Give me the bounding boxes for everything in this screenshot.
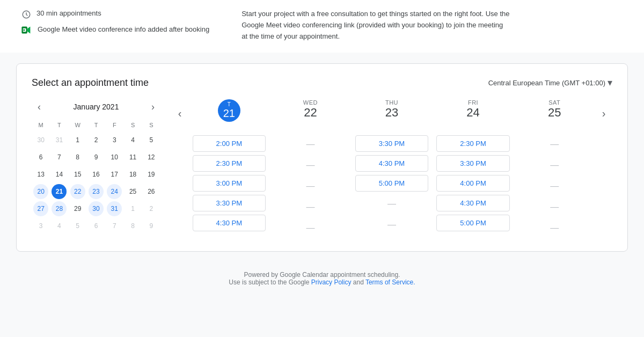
calendar-day[interactable]: 23: [89, 184, 104, 199]
today-circle: T21: [218, 99, 240, 122]
calendar-week-row: 13141516171819: [32, 166, 160, 183]
calendar-month-label: January 2021: [74, 102, 119, 111]
description-text: Start your project with a free consultat…: [241, 9, 510, 42]
calendar-day[interactable]: 5: [70, 218, 85, 233]
day-label-area: FRI24: [466, 99, 479, 120]
calendar-day[interactable]: 21: [52, 184, 67, 199]
calendar-day[interactable]: 6: [33, 150, 48, 165]
calendar-day[interactable]: 2: [89, 133, 104, 148]
time-slot-button[interactable]: 5:00 PM: [355, 175, 428, 192]
calendar-day[interactable]: 31: [107, 201, 122, 216]
appointment-card: Select an appointment time Central Europ…: [16, 63, 628, 252]
time-slot-button[interactable]: 2:30 PM: [193, 155, 266, 172]
calendar-day[interactable]: 5: [144, 133, 159, 148]
calendar-day[interactable]: 8: [126, 218, 141, 233]
calendar-day[interactable]: 27: [33, 201, 48, 216]
prev-week-button[interactable]: ‹: [171, 105, 188, 122]
calendar-day[interactable]: 30: [33, 133, 48, 148]
prev-month-button[interactable]: ‹: [32, 99, 47, 114]
day-label-area: WED22: [303, 99, 318, 120]
time-slot-button[interactable]: 4:30 PM: [436, 195, 509, 211]
slot-dash: —: [355, 195, 428, 213]
mini-calendar: ‹ January 2021 › M T W T F S S 303112345…: [32, 99, 160, 238]
calendar-day[interactable]: 7: [52, 150, 67, 165]
calendar-day[interactable]: 24: [107, 184, 122, 199]
calendar-day[interactable]: 8: [70, 150, 85, 165]
calendar-day[interactable]: 20: [33, 184, 48, 199]
time-slot-button[interactable]: 2:00 PM: [193, 135, 266, 152]
time-slot-button[interactable]: 4:30 PM: [355, 155, 428, 172]
calendar-day[interactable]: 15: [70, 167, 85, 182]
terms-of-service-link[interactable]: Terms of Service.: [365, 279, 415, 286]
calendar-week-row: 272829303112: [32, 200, 160, 217]
calendar-day[interactable]: 26: [144, 184, 159, 199]
calendar-day[interactable]: 11: [126, 150, 141, 165]
calendar-day[interactable]: 25: [126, 184, 141, 199]
privacy-policy-link[interactable]: Privacy Policy: [311, 279, 352, 286]
calendar-day[interactable]: 2: [144, 201, 159, 216]
calendar-day[interactable]: 14: [52, 167, 67, 182]
time-slot-button[interactable]: 4:30 PM: [193, 215, 266, 231]
calendar-day[interactable]: 31: [52, 133, 67, 148]
calendar-day[interactable]: 6: [89, 218, 104, 233]
calendar-day[interactable]: 10: [107, 150, 122, 165]
day-num-label: 22: [304, 106, 317, 120]
clock-icon: [21, 10, 31, 19]
calendar-day[interactable]: 17: [107, 167, 122, 182]
day-num-label: 23: [385, 106, 398, 120]
calendar-week-row: 303112345: [32, 131, 160, 149]
time-slot-button[interactable]: 4:00 PM: [436, 175, 509, 192]
time-slot-button[interactable]: 3:00 PM: [193, 175, 266, 192]
calendar-day[interactable]: 1: [70, 133, 85, 148]
calendar-day[interactable]: 4: [52, 218, 67, 233]
top-info-bar: 30 min appointments Google Meet video co…: [0, 0, 644, 53]
calendar-day[interactable]: 7: [107, 218, 122, 233]
slot-column: 3:30 PM4:30 PM5:00 PM——: [351, 134, 433, 238]
calendar-day[interactable]: 12: [144, 150, 159, 165]
svg-marker-2: [27, 27, 31, 34]
calendar-day[interactable]: 30: [89, 201, 104, 216]
calendar-day[interactable]: 13: [33, 167, 48, 182]
calendar-week-row: 20212223242526: [32, 183, 160, 200]
card-title: Select an appointment time: [32, 77, 149, 89]
timezone-button[interactable]: Central European Time (GMT +01:00) ▾: [488, 77, 612, 89]
calendar-day[interactable]: 3: [107, 133, 122, 148]
next-month-button[interactable]: ›: [145, 99, 160, 114]
calendar-day[interactable]: 18: [126, 167, 141, 182]
calendar-day[interactable]: 3: [33, 218, 48, 233]
calendar-day[interactable]: 1: [126, 201, 141, 216]
day-label-area: SAT25: [548, 99, 561, 120]
footer-and-text: and: [353, 279, 365, 286]
calendar-day[interactable]: 16: [89, 167, 104, 182]
time-slot-button[interactable]: 2:30 PM: [436, 135, 509, 152]
calendar-day[interactable]: 28: [52, 201, 67, 216]
calendar-day[interactable]: 9: [144, 218, 159, 233]
footer-line1: Powered by Google Calendar appointment s…: [9, 271, 635, 279]
slot-column: —————: [514, 134, 595, 238]
time-slot-button[interactable]: 3:30 PM: [436, 155, 509, 172]
calendar-week-row: 3456789: [32, 217, 160, 235]
calendar-day[interactable]: 9: [89, 150, 104, 165]
timezone-label: Central European Time (GMT +01:00): [488, 79, 605, 87]
time-slot-button[interactable]: 3:30 PM: [355, 135, 428, 152]
time-slot-button[interactable]: 3:30 PM: [193, 195, 266, 211]
slot-dash: —: [518, 177, 591, 195]
slot-dash: —: [274, 219, 347, 237]
calendar-day[interactable]: 29: [70, 201, 85, 216]
slot-column: 2:30 PM3:30 PM4:00 PM4:30 PM5:00 PM: [433, 134, 514, 238]
day-header-col: THU23: [351, 99, 433, 127]
day-of-week-header: M T W T F S S: [32, 121, 160, 129]
time-slot-button[interactable]: 5:00 PM: [436, 215, 509, 231]
calendar-day[interactable]: 22: [70, 184, 85, 199]
day-label-area: T21: [218, 99, 240, 122]
calendar-day[interactable]: 19: [144, 167, 159, 182]
slots-panel: ‹ T21WED22THU23FRI24SAT25 › 2:00 PM2:30 …: [171, 99, 612, 238]
next-week-button[interactable]: ›: [595, 105, 612, 122]
duration-text: 30 min appointments: [36, 9, 101, 18]
day-weekday-label: FRI: [468, 99, 478, 106]
slot-dash: —: [274, 156, 347, 174]
calendar-day[interactable]: 4: [126, 133, 141, 148]
day-header-col: SAT25: [514, 99, 595, 127]
duration-info: 30 min appointments: [21, 9, 209, 19]
dow-sat: S: [123, 121, 142, 129]
